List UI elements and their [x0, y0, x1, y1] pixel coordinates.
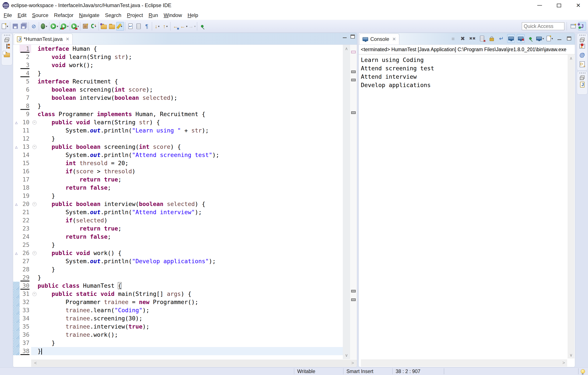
menu-edit[interactable]: Edit [15, 11, 29, 20]
menu-project[interactable]: Project [124, 11, 146, 20]
code-line-19[interactable]: 19 } [13, 192, 343, 200]
back-icon[interactable]: ←▾ [180, 22, 188, 31]
remove-launch-icon[interactable]: ✖ [459, 34, 467, 43]
new-wizard-icon[interactable]: ▾ [1, 22, 9, 31]
code-line-35[interactable]: 35 trainee.interview(true); [13, 322, 343, 331]
quick-access-input[interactable] [522, 22, 564, 30]
scrollbar-track[interactable] [31, 360, 357, 367]
code-line-16[interactable]: 16 if(score > thresold) [13, 167, 343, 175]
javadoc-icon[interactable]: @ [577, 52, 587, 58]
editor-vertical-scrollbar[interactable]: ∧ ∨ [343, 45, 350, 359]
menu-file[interactable]: File [1, 11, 15, 20]
code-line-15[interactable]: 15 int thresold = 20; [13, 159, 343, 167]
code-line-26[interactable]: △26− public void work() { [13, 249, 343, 257]
code-line-28[interactable]: 28 } [13, 265, 343, 274]
code-line-34[interactable]: 34 trainee.screening(30); [13, 314, 343, 322]
folding-column[interactable]: − [31, 118, 38, 127]
scroll-down-icon[interactable]: ∨ [567, 353, 575, 358]
code-line-1[interactable]: 1interface Human { [13, 45, 343, 53]
open-task-icon[interactable] [100, 22, 108, 31]
code-line-2[interactable]: 2 void learn(String str); [13, 53, 343, 61]
code-line-12[interactable]: 12 } [13, 135, 343, 143]
code-line-22[interactable]: 22 if(selected) [13, 216, 343, 225]
overview-ruler[interactable] [350, 45, 357, 359]
remove-all-terminated-icon[interactable]: ✖✖ [469, 34, 476, 43]
restore-views-icon[interactable] [577, 38, 587, 41]
java-editor-icon[interactable] [577, 82, 587, 87]
tip-lightbulb-icon[interactable] [581, 369, 585, 374]
overview-marker[interactable] [351, 71, 356, 73]
previous-annotation-icon[interactable]: ↑▾ [161, 22, 169, 31]
minimize-button[interactable] [530, 0, 549, 11]
save-all-icon[interactable] [20, 22, 27, 31]
code-line-4[interactable]: 4} [13, 69, 343, 77]
code-editor[interactable]: 1interface Human {2 void learn(String st… [13, 45, 343, 359]
debug-icon[interactable]: ▾ [40, 22, 48, 31]
open-resource-icon[interactable] [108, 22, 116, 31]
scroll-right-icon[interactable]: > [562, 360, 565, 365]
code-line-33[interactable]: 33 trainee.learn("Coding"); [13, 306, 343, 314]
new-java-project-icon[interactable] [82, 22, 89, 31]
scroll-up-icon[interactable]: ∧ [343, 46, 350, 51]
skip-all-breakpoints-icon[interactable]: ⊘ [30, 22, 38, 31]
overview-marker[interactable] [351, 111, 356, 114]
console-vertical-scrollbar[interactable]: ∧ ∨ [567, 55, 575, 358]
open-console-icon[interactable]: ▾ [546, 34, 554, 43]
overview-marker[interactable] [351, 51, 356, 53]
code-line-6[interactable]: 6 boolean screening(int score); [13, 86, 343, 94]
scroll-right-icon[interactable]: > [351, 360, 354, 365]
scroll-lock-icon[interactable] [488, 34, 496, 43]
tab-close-icon[interactable]: ✕ [65, 37, 69, 42]
task-list-icon[interactable] [577, 44, 587, 49]
code-line-29[interactable]: 29} [13, 274, 343, 282]
code-line-20[interactable]: △20− public boolean interview(boolean se… [13, 200, 343, 208]
restore-views-icon[interactable] [577, 75, 587, 79]
scroll-down-icon[interactable]: ∨ [343, 353, 350, 358]
package-explorer-icon[interactable] [1, 52, 12, 57]
code-line-7[interactable]: 7 boolean interview(boolean selected); [13, 94, 343, 102]
code-line-24[interactable]: 24 return false; [13, 233, 343, 241]
code-line-21[interactable]: 21 System.out.println("Attend interview"… [13, 208, 343, 216]
maximize-button[interactable] [549, 0, 569, 11]
maximize-view-icon[interactable] [565, 34, 573, 43]
run-icon[interactable]: ▾ [51, 22, 58, 31]
code-line-17[interactable]: 17 return true; [13, 175, 343, 184]
close-button[interactable]: ✕ [569, 0, 588, 11]
scroll-left-icon[interactable]: < [34, 360, 37, 365]
menu-window[interactable]: Window [161, 11, 185, 20]
overview-marker[interactable] [351, 79, 356, 81]
new-java-class-icon[interactable]: C▾ [90, 22, 97, 31]
console-output[interactable]: Learn using CodingAttend screening testA… [359, 54, 575, 89]
maximize-editor-icon[interactable] [350, 35, 355, 39]
menu-navigate[interactable]: Navigate [76, 11, 102, 20]
code-line-23[interactable]: 23 return true; [13, 225, 343, 233]
code-line-27[interactable]: 27 System.out.println("Develop applicati… [13, 257, 343, 265]
code-line-9[interactable]: 9class Programmer implements Human, Recr… [13, 110, 343, 118]
mark-occurrences-icon[interactable]: ▾ [116, 22, 124, 31]
restore-views-icon[interactable] [1, 38, 12, 41]
word-wrap-icon[interactable]: ↵ [497, 34, 505, 43]
overview-marker[interactable] [351, 290, 356, 292]
type-hierarchy-icon[interactable] [1, 44, 12, 49]
code-line-31[interactable]: 31− public static void main(String[] arg… [13, 290, 343, 298]
code-line-10[interactable]: △10− public void learn(String str) { [13, 118, 343, 127]
code-line-37[interactable]: 37 } [13, 339, 343, 347]
next-annotation-icon[interactable]: ↓▾ [153, 22, 161, 31]
code-line-13[interactable]: △13− public boolean screening(int score)… [13, 143, 343, 151]
menu-refactor[interactable]: Refactor [51, 11, 76, 20]
code-line-14[interactable]: 14 System.out.println("Attend screening … [13, 151, 343, 159]
coverage-icon[interactable]: ▾ [61, 22, 69, 31]
minimize-editor-icon[interactable] [343, 37, 347, 38]
java-perspective-icon[interactable]: J [578, 22, 586, 31]
terminate-icon[interactable]: ■ [449, 34, 457, 43]
code-line-30[interactable]: 30public class HumanTest { [13, 282, 343, 290]
code-line-18[interactable]: 18 return false; [13, 184, 343, 192]
show-whitespace-icon[interactable]: ¶ [143, 22, 151, 31]
menu-search[interactable]: Search [102, 11, 124, 20]
editor-horizontal-scrollbar[interactable]: < > [13, 359, 357, 367]
folding-column[interactable]: − [31, 200, 38, 208]
show-stderr-when-changed-icon[interactable] [517, 34, 525, 43]
forward-icon[interactable]: →▾ [188, 22, 196, 31]
menu-help[interactable]: Help [185, 11, 201, 20]
folding-column[interactable]: − [31, 249, 38, 257]
